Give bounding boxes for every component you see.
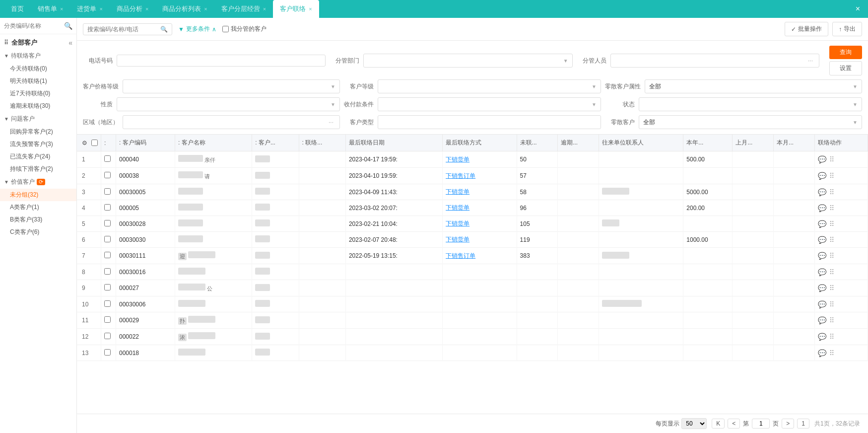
first-page-btn[interactable]: K bbox=[712, 419, 725, 429]
tab-sales-close[interactable]: × bbox=[60, 6, 63, 12]
more-action-icon[interactable]: ⠿ bbox=[829, 284, 834, 292]
tab-product-analysis-close[interactable]: × bbox=[145, 6, 148, 12]
row-checkbox[interactable] bbox=[104, 220, 111, 226]
row-checkbox[interactable] bbox=[104, 268, 111, 275]
more-action-icon[interactable]: ⠿ bbox=[829, 300, 834, 308]
row-checkbox[interactable] bbox=[104, 349, 111, 356]
query-btn[interactable]: 查询 bbox=[829, 46, 862, 59]
sidebar-b-customers[interactable]: B类客户(33) bbox=[0, 214, 76, 226]
contact-icon[interactable]: 💬 bbox=[818, 204, 826, 212]
sidebar-churned[interactable]: 已流失客户(24) bbox=[0, 150, 76, 163]
tab-home[interactable]: 首页 bbox=[4, 0, 31, 18]
tab-customer-contact[interactable]: 客户联络 × bbox=[273, 0, 319, 18]
sidebar-today-pending[interactable]: 今天待联络(0) bbox=[0, 63, 76, 75]
more-action-icon[interactable]: ⠿ bbox=[829, 188, 834, 196]
contact-icon[interactable]: 💬 bbox=[818, 188, 826, 196]
contact-icon[interactable]: 💬 bbox=[818, 155, 826, 163]
filter-customer-level-select[interactable]: ▼ bbox=[378, 79, 601, 93]
export-btn[interactable]: ↑ 导出 bbox=[832, 22, 862, 36]
filter-phone-input[interactable] bbox=[117, 55, 326, 67]
sidebar-7day-pending[interactable]: 近7天待联络(0) bbox=[0, 87, 76, 100]
row-checkbox[interactable] bbox=[104, 316, 111, 323]
sidebar-collapse-btn[interactable]: « bbox=[68, 39, 72, 47]
tab-customer-segment[interactable]: 客户分层经营 × bbox=[214, 0, 273, 18]
sidebar-pending-contact-group[interactable]: ▼ 待联络客户 bbox=[0, 49, 76, 63]
sidebar-repurchase-abnormal[interactable]: 回购异常客户(2) bbox=[0, 126, 76, 138]
sidebar-search-input[interactable] bbox=[4, 22, 64, 29]
last-page-btn[interactable]: 1 bbox=[797, 419, 809, 429]
contact-icon[interactable]: 💬 bbox=[818, 172, 826, 180]
contact-icon[interactable]: 💬 bbox=[818, 268, 826, 276]
sidebar-declining[interactable]: 持续下滑客户(2) bbox=[0, 163, 76, 175]
more-action-icon[interactable]: ⠿ bbox=[829, 252, 834, 260]
filter-price-level-select[interactable]: ▼ bbox=[123, 79, 340, 93]
more-action-icon[interactable]: ⠿ bbox=[829, 204, 834, 212]
region-dots[interactable]: ··· bbox=[327, 119, 335, 126]
tab-purchase-close[interactable]: × bbox=[99, 6, 102, 12]
tab-purchase[interactable]: 进货单 × bbox=[70, 0, 109, 18]
filter-search-input[interactable] bbox=[87, 26, 160, 33]
prev-page-btn[interactable]: < bbox=[728, 419, 740, 429]
filter-manager-select[interactable]: ··· bbox=[610, 54, 819, 68]
page-number-input[interactable] bbox=[752, 419, 770, 429]
contact-icon[interactable]: 💬 bbox=[818, 349, 826, 357]
manager-dots[interactable]: ··· bbox=[806, 57, 815, 64]
tab-product-analysis[interactable]: 商品分析 × bbox=[110, 0, 155, 18]
sidebar-overdue-pending[interactable]: 逾期未联络(30) bbox=[0, 100, 76, 112]
sidebar-ungrouped[interactable]: 未分组(32) bbox=[0, 189, 76, 201]
reset-btn[interactable]: 设置 bbox=[829, 61, 862, 75]
filter-retail-attr-select[interactable]: 全部 ▼ bbox=[645, 79, 862, 93]
settings-icon[interactable]: ⚙ bbox=[82, 140, 87, 146]
row-checkbox[interactable] bbox=[104, 188, 111, 195]
select-all-checkbox[interactable] bbox=[91, 140, 98, 146]
sidebar-value-customers-group[interactable]: ▼ 价值客户 ⟳ bbox=[0, 175, 76, 189]
more-action-icon[interactable]: ⠿ bbox=[829, 236, 834, 244]
tab-product-analysis-list[interactable]: 商品分析列表 × bbox=[155, 0, 214, 18]
sidebar-c-customers[interactable]: C类客户(6) bbox=[0, 226, 76, 238]
row-checkbox[interactable] bbox=[104, 252, 111, 258]
my-customers-check[interactable] bbox=[222, 26, 229, 32]
tab-contact-close[interactable]: × bbox=[309, 6, 312, 12]
filter-status-select[interactable]: ▼ bbox=[639, 97, 862, 111]
more-action-icon[interactable]: ⠿ bbox=[829, 155, 834, 163]
contact-icon[interactable]: 💬 bbox=[818, 316, 826, 324]
contact-icon[interactable]: 💬 bbox=[818, 300, 826, 308]
row-checkbox[interactable] bbox=[104, 284, 111, 290]
batch-operation-btn[interactable]: ✓ 批量操作 bbox=[785, 22, 828, 36]
filter-more-conditions[interactable]: ▼ 更多条件 ∧ bbox=[178, 25, 216, 33]
row-checkbox[interactable] bbox=[104, 204, 111, 211]
contact-icon[interactable]: 💬 bbox=[818, 252, 826, 260]
filter-region-select[interactable]: ··· bbox=[123, 115, 340, 129]
sidebar-tomorrow-pending[interactable]: 明天待联络(1) bbox=[0, 75, 76, 87]
tab-bar-close-btn[interactable]: × bbox=[852, 4, 864, 13]
row-checkbox[interactable] bbox=[104, 300, 111, 307]
more-action-icon[interactable]: ⠿ bbox=[829, 268, 834, 276]
more-action-icon[interactable]: ⠿ bbox=[829, 172, 834, 180]
row-checkbox[interactable] bbox=[104, 155, 111, 162]
row-checkbox[interactable] bbox=[104, 172, 111, 178]
contact-icon[interactable]: 💬 bbox=[818, 333, 826, 341]
tab-sales[interactable]: 销售单 × bbox=[31, 0, 70, 18]
sidebar-a-customers[interactable]: A类客户(1) bbox=[0, 201, 76, 214]
sidebar-problem-customers-group[interactable]: ▼ 问题客户 bbox=[0, 112, 76, 126]
next-page-btn[interactable]: > bbox=[782, 419, 794, 429]
contact-icon[interactable]: 💬 bbox=[818, 284, 826, 292]
filter-gender-select[interactable]: ▼ bbox=[117, 97, 340, 111]
row-checkbox[interactable] bbox=[104, 333, 111, 339]
filter-customer-type-select[interactable] bbox=[378, 115, 601, 129]
more-action-icon[interactable]: ⠿ bbox=[829, 220, 834, 228]
my-customers-checkbox[interactable]: 我分管的客户 bbox=[222, 25, 267, 33]
sidebar-churn-warning[interactable]: 流失预警客户(3) bbox=[0, 138, 76, 150]
contact-icon[interactable]: 💬 bbox=[818, 236, 826, 244]
more-action-icon[interactable]: ⠿ bbox=[829, 316, 834, 324]
filter-retail-customer-select[interactable]: 全部 ▼ bbox=[639, 115, 862, 129]
filter-payment-select[interactable]: ▼ bbox=[378, 97, 601, 111]
row-checkbox[interactable] bbox=[104, 236, 111, 242]
tab-product-list-close[interactable]: × bbox=[204, 6, 207, 12]
filter-department-select[interactable]: ▼ bbox=[363, 54, 572, 68]
page-size-select[interactable]: 50 20 100 bbox=[681, 418, 707, 429]
contact-icon[interactable]: 💬 bbox=[818, 220, 826, 228]
more-action-icon[interactable]: ⠿ bbox=[829, 349, 834, 357]
tab-segment-close[interactable]: × bbox=[263, 6, 266, 12]
sidebar-all-customers[interactable]: ⠿ 全部客户 « bbox=[0, 34, 76, 49]
